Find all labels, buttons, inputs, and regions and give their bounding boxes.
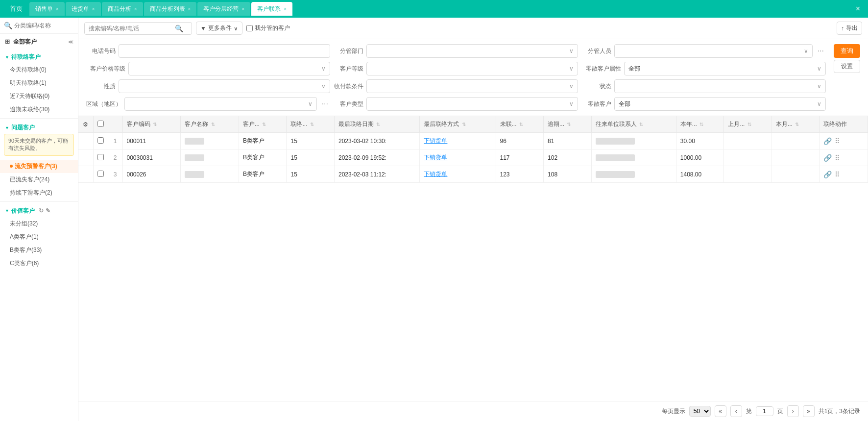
sidebar-item-churned[interactable]: 已流失客户(24) [0, 173, 78, 186]
more-filter-button[interactable]: ▼ 更多条件 ∨ [196, 22, 242, 35]
filter-more-region[interactable]: ··· [320, 99, 330, 108]
sidebar-group-value[interactable]: ▼ 价值客户 ↻ ✎ [0, 204, 78, 217]
query-button[interactable]: 查询 [834, 44, 860, 58]
sort-this-month-icon[interactable]: ⇅ [795, 122, 799, 127]
nav-tab-5[interactable]: 客户联系 × [251, 2, 292, 16]
sidebar-item-class-a[interactable]: A类客户(1) [0, 230, 78, 244]
sidebar-item-class-c[interactable]: C类客户(6) [0, 257, 78, 270]
nav-tab-3[interactable]: 商品分析列表 × [144, 2, 197, 16]
sort-code-icon[interactable]: ⇅ [153, 122, 157, 127]
sort-last-contact-way-icon[interactable]: ⇅ [462, 122, 466, 127]
filter-select-dept[interactable]: ∨ [366, 44, 578, 58]
filter-select-status[interactable]: ∨ [614, 79, 826, 93]
last-contact-link-1[interactable]: 下销货单 [424, 154, 447, 161]
th-type[interactable]: 客户... ⇅ [239, 116, 287, 133]
search-submit-icon[interactable]: 🔍 [175, 25, 183, 32]
filter-more-manager[interactable]: ··· [816, 47, 826, 55]
per-page-select[interactable]: 50 [689, 406, 711, 417]
nav-home[interactable]: 首页 [4, 0, 28, 18]
select-all-checkbox[interactable] [97, 121, 104, 127]
filter-select-nature[interactable]: ∨ [119, 79, 330, 93]
td-last-contact-way-0[interactable]: 下销货单 [420, 133, 496, 149]
td-last-contact-way-2[interactable]: 下销货单 [420, 166, 496, 183]
sidebar-item-class-b[interactable]: B类客户(33) [0, 244, 78, 257]
sidebar-item-overdue[interactable]: 逾期未联络(30) [0, 103, 78, 116]
th-overdue[interactable]: 逾期... ⇅ [544, 116, 592, 133]
filter-select-price-level[interactable]: ∨ [128, 62, 330, 75]
sidebar-item-tomorrow[interactable]: 明天待联络(1) [0, 76, 78, 90]
th-uncontacted[interactable]: 未联... ⇅ [496, 116, 544, 133]
refresh-icon-value[interactable]: ↻ [39, 207, 44, 214]
sidebar-item-churn-warning[interactable]: 流失预警客户(3) [0, 160, 78, 173]
th-settings[interactable]: ⚙ [78, 116, 93, 133]
action-menu-icon-0[interactable]: ⠿ [835, 137, 840, 145]
action-link-icon-0[interactable]: 🔗 [823, 137, 832, 145]
filter-select-cust-type[interactable]: ∨ [366, 97, 578, 111]
sort-contact-icon[interactable]: ⇅ [310, 122, 314, 127]
th-contact[interactable]: 联络... ⇅ [287, 116, 335, 133]
last-contact-link-0[interactable]: 下销货单 [424, 137, 447, 144]
filter-select-retail-attr[interactable]: 全部 ∨ [624, 62, 826, 75]
close-icon-5[interactable]: × [284, 6, 287, 12]
th-this-year[interactable]: 本年... ⇅ [676, 116, 724, 133]
sort-overdue-icon[interactable]: ⇅ [567, 122, 571, 127]
table-settings-icon[interactable]: ⚙ [83, 121, 88, 128]
close-icon-3[interactable]: × [188, 6, 191, 12]
th-last-month[interactable]: 上月... ⇅ [724, 116, 772, 133]
close-icon-4[interactable]: × [241, 6, 244, 12]
export-button[interactable]: ↑ 导出 [837, 22, 862, 35]
td-last-contact-way-1[interactable]: 下销货单 [420, 149, 496, 166]
sidebar-item-ungroup[interactable]: 未分组(32) [0, 217, 78, 230]
search-input[interactable] [89, 25, 172, 32]
page-number-input[interactable] [756, 406, 773, 416]
sort-this-year-icon[interactable]: ⇅ [699, 122, 703, 127]
sidebar-group-waiting[interactable]: ▼ 待联络客户 [0, 50, 78, 63]
my-customers-checkbox-wrap[interactable]: 我分管的客户 [246, 24, 290, 32]
filter-select-cust-level[interactable]: ∨ [366, 62, 578, 75]
sort-type-icon[interactable]: ⇅ [262, 122, 266, 127]
close-icon-0[interactable]: × [56, 6, 59, 12]
sidebar-search-input[interactable] [14, 22, 78, 29]
action-link-icon-1[interactable]: 🔗 [823, 154, 832, 162]
row-checkbox-1[interactable] [97, 154, 104, 160]
nav-tab-2[interactable]: 商品分析 × [102, 2, 143, 16]
filter-select-payment[interactable]: ∨ [366, 79, 578, 93]
action-menu-icon-2[interactable]: ⠿ [835, 171, 840, 178]
nav-tab-4[interactable]: 客户分层经营 × [197, 2, 250, 16]
th-person[interactable]: 往来单位联系人 ⇅ [591, 116, 676, 133]
edit-icon-value[interactable]: ✎ [46, 207, 50, 214]
sidebar-group-problem[interactable]: ▼ 问题客户 [0, 121, 78, 134]
th-code[interactable]: 客户编码 ⇅ [122, 116, 181, 133]
sort-last-contact-date-icon[interactable]: ⇅ [376, 122, 380, 127]
my-customers-checkbox[interactable] [246, 25, 253, 31]
nav-tab-1[interactable]: 进货单 × [66, 2, 101, 16]
action-link-icon-2[interactable]: 🔗 [823, 171, 832, 178]
sidebar-root-item[interactable]: ⊞ 全部客户 ≪ [0, 34, 78, 50]
filter-select-manager[interactable]: ∨ [614, 44, 813, 58]
sidebar-item-week[interactable]: 近7天待联络(0) [0, 90, 78, 103]
close-icon-1[interactable]: × [92, 6, 95, 12]
action-menu-icon-1[interactable]: ⠿ [835, 154, 840, 162]
sidebar-collapse-icon[interactable]: ≪ [68, 39, 73, 45]
sort-uncontacted-icon[interactable]: ⇅ [519, 122, 523, 127]
close-icon-2[interactable]: × [134, 6, 137, 12]
sort-person-icon[interactable]: ⇅ [639, 122, 643, 127]
next-page-button[interactable]: › [787, 405, 799, 417]
last-contact-link-2[interactable]: 下销货单 [424, 171, 447, 177]
th-this-month[interactable]: 本月... ⇅ [772, 116, 820, 133]
sidebar-item-today[interactable]: 今天待联络(0) [0, 63, 78, 76]
sort-last-month-icon[interactable]: ⇅ [747, 122, 751, 127]
last-page-button[interactable]: » [803, 405, 815, 417]
filter-select-retail-cust[interactable]: 全部 ∨ [614, 97, 826, 111]
filter-select-region[interactable]: ∨ [124, 97, 317, 111]
row-checkbox-0[interactable] [97, 137, 104, 144]
sidebar-item-declining[interactable]: 持续下滑客户(2) [0, 186, 78, 199]
nav-tab-0[interactable]: 销售单 × [29, 2, 65, 16]
th-last-contact-way[interactable]: 最后联络方式 ⇅ [420, 116, 496, 133]
th-name[interactable]: 客户名称 ⇅ [181, 116, 239, 133]
first-page-button[interactable]: « [715, 405, 726, 417]
th-last-contact-date[interactable]: 最后联络日期 ⇅ [335, 116, 420, 133]
window-close-button[interactable]: × [852, 4, 864, 13]
prev-page-button[interactable]: ‹ [730, 405, 742, 417]
filter-input-phone[interactable] [119, 44, 330, 58]
